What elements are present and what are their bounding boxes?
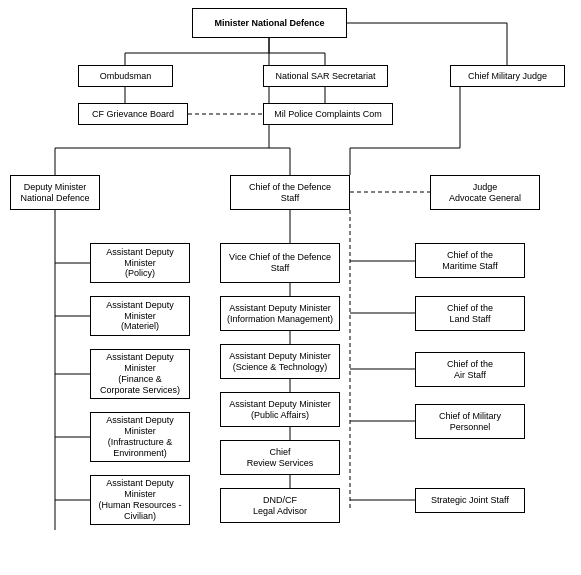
box-stratJoint: Strategic Joint Staff — [415, 488, 525, 513]
box-ombudsman: Ombudsman — [78, 65, 173, 87]
box-adm3: Assistant Deputy Minister (Finance & Cor… — [90, 349, 190, 399]
box-admIM: Assistant Deputy Minister (Information M… — [220, 296, 340, 331]
box-vcds: Vice Chief of the Defence Staff — [220, 243, 340, 283]
box-chiefDefStaff: Chief of the Defence Staff — [230, 175, 350, 210]
box-minister: Minister National Defence — [192, 8, 347, 38]
box-chiefAir: Chief of the Air Staff — [415, 352, 525, 387]
box-natSAR: National SAR Secretariat — [263, 65, 388, 87]
box-adm4: Assistant Deputy Minister (Infrastructur… — [90, 412, 190, 462]
box-chiefMilPers: Chief of Military Personnel — [415, 404, 525, 439]
box-admST: Assistant Deputy Minister (Science & Tec… — [220, 344, 340, 379]
box-adm5: Assistant Deputy Minister (Human Resourc… — [90, 475, 190, 525]
box-crs: Chief Review Services — [220, 440, 340, 475]
box-chiefMaritime: Chief of the Maritime Staff — [415, 243, 525, 278]
box-adm2: Assistant Deputy Minister (Materiel) — [90, 296, 190, 336]
box-admPA: Assistant Deputy Minister (Public Affair… — [220, 392, 340, 427]
box-milPolice: Mil Police Complaints Com — [263, 103, 393, 125]
box-adm1: Assistant Deputy Minister (Policy) — [90, 243, 190, 283]
box-cfGrievance: CF Grievance Board — [78, 103, 188, 125]
box-judgeAdv: Judge Advocate General — [430, 175, 540, 210]
box-chiefMilJudge: Chief Military Judge — [450, 65, 565, 87]
box-deputyMin: Deputy Minister National Defence — [10, 175, 100, 210]
box-dndLegal: DND/CF Legal Advisor — [220, 488, 340, 523]
org-chart: Minister National DefenceOmbudsmanNation… — [0, 0, 581, 575]
box-chiefLand: Chief of the Land Staff — [415, 296, 525, 331]
